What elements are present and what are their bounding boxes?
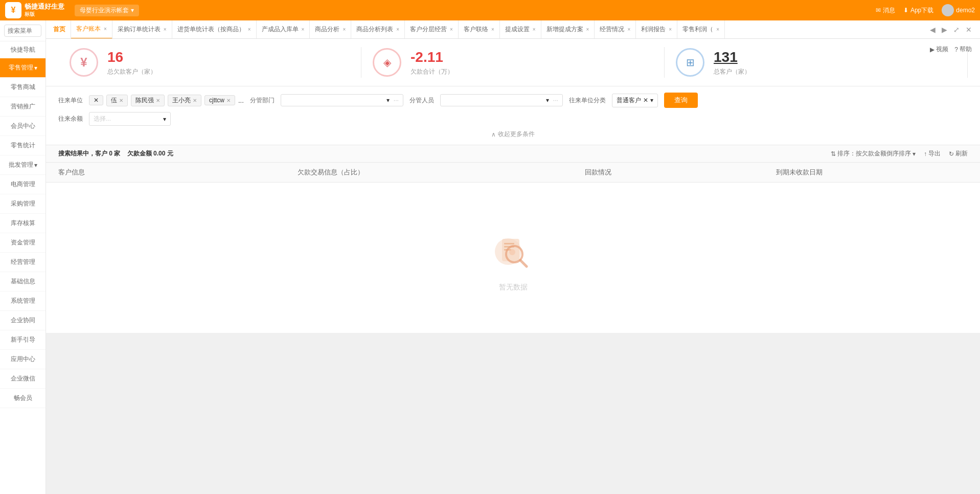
account-name: 母婴行业演示帐套 (80, 6, 129, 15)
tab-close-purchase-order[interactable]: × (164, 27, 167, 32)
tab-scroll-left[interactable]: ◀ (928, 25, 938, 35)
sidebar-item-corp-collab[interactable]: 企业协同 (0, 311, 45, 330)
tab-close-stock-stats[interactable]: × (248, 27, 251, 32)
sidebar-item-ecommerce[interactable]: 电商管理 (0, 175, 45, 194)
chevron-down-icon: ▾ (34, 162, 37, 169)
app-download-btn[interactable]: ⬇ App下载 (903, 6, 933, 15)
query-button[interactable]: 查询 (664, 93, 698, 108)
filter-person-select[interactable]: ▾ ··· (440, 94, 563, 106)
tab-close-all[interactable]: ✕ (964, 25, 974, 35)
filter-balance-select[interactable]: 选择... ▾ (89, 112, 171, 126)
sidebar-item-marketing[interactable]: 营销推广 (0, 97, 45, 117)
filter-tag-1[interactable]: 陈民强 ✕ (131, 95, 165, 106)
tab-close-customer-contact[interactable]: × (491, 27, 494, 32)
download-icon: ⬇ (903, 7, 908, 14)
stat-customers-value: 16 (107, 49, 156, 66)
tab-customer-contact[interactable]: 客户联络× (459, 20, 500, 39)
export-btn[interactable]: ↑ 导出 (924, 149, 941, 158)
tab-label-profit-report: 利润报告 (641, 25, 666, 34)
tab-home[interactable]: 首页 (48, 20, 71, 39)
chevron-up-icon: ∧ (491, 131, 496, 138)
help-icon: ? (954, 46, 958, 53)
video-btn[interactable]: ▶ 视频 (930, 45, 948, 54)
tab-reminder-settings[interactable]: 提成设置× (500, 20, 541, 39)
filter-tag-all[interactable]: ✕ (89, 95, 103, 105)
tab-goods-analysis[interactable]: 商品分析× (310, 20, 351, 39)
sidebar-item-corp-wechat[interactable]: 企业微信 (0, 369, 45, 389)
filter-category-label: 往来单位分类 (569, 96, 606, 105)
filter-category-close[interactable]: ✕ (643, 97, 648, 104)
table-header: 客户信息 欠款交易信息（占比） 回款情况 到期未收款日期 (46, 163, 980, 183)
tab-label-reminder-settings: 提成设置 (505, 25, 530, 34)
filter-tags-more[interactable]: ... (238, 97, 244, 104)
refresh-btn[interactable]: ↻ 刷新 (949, 149, 968, 158)
sidebar-item-vip-member[interactable]: 畅会员 (0, 389, 45, 408)
sidebar-item-quick-nav[interactable]: 快捷导航 (0, 41, 45, 58)
sort-icon: ⇅ (831, 150, 836, 158)
sort-select[interactable]: ⇅ 排序：按欠款金额倒序排序 ▾ (831, 149, 916, 158)
tab-accounts[interactable]: 客户账本× (71, 20, 112, 39)
stat-all-value: 131 (714, 49, 750, 66)
message-btn[interactable]: ✉ 消息 (876, 6, 895, 15)
filter-tag-3[interactable]: cjttcw ✕ (204, 95, 235, 105)
tab-bar: 首页客户账本×采购订单统计表×进货单统计表（按商品）×产成品入库单×商品分析×商… (46, 20, 980, 39)
sidebar-item-finance[interactable]: 资金管理 (0, 233, 45, 253)
tab-retail-profit[interactable]: 零售利润（× (677, 20, 725, 39)
tab-stock-stats[interactable]: 进货单统计表（按商品）× (172, 20, 257, 39)
help-btn[interactable]: ? 帮助 (954, 45, 972, 54)
table-area: 客户信息 欠款交易信息（占比） 回款情况 到期未收款日期 (46, 163, 980, 333)
sidebar-item-basic-info[interactable]: 基础信息 (0, 272, 45, 291)
chevron-down-icon2: ▾ (546, 97, 549, 104)
filter-dept-select[interactable]: ▾ ··· (281, 94, 403, 106)
tab-label-stock-stats: 进货单统计表（按商品） (177, 25, 245, 34)
sidebar-item-wholesale-mgmt[interactable]: 批发管理▾ (0, 155, 45, 175)
tab-close-product-stock[interactable]: × (302, 27, 305, 32)
tab-scroll-right[interactable]: ▶ (940, 25, 949, 35)
sidebar-item-purchase-mgmt[interactable]: 采购管理 (0, 194, 45, 214)
user-menu[interactable]: demo2 (942, 4, 975, 16)
chevron-down-icon: ▾ (131, 7, 134, 14)
tab-profit-report[interactable]: 利润报告× (636, 20, 677, 39)
filter-category-value[interactable]: 普通客户 ✕ ▾ (612, 94, 658, 107)
tab-close-retail-profit[interactable]: × (716, 27, 719, 32)
tab-close-accounts[interactable]: × (104, 26, 107, 32)
sidebar-item-retail-mgmt[interactable]: 零售管理▾ (0, 58, 45, 78)
tab-close-profit-report[interactable]: × (669, 27, 672, 32)
collapse-filter-btn[interactable]: ∧ 收起更多条件 (58, 130, 968, 139)
filter-tag-3-close[interactable]: ✕ (226, 98, 231, 103)
filter-tag-1-close[interactable]: ✕ (156, 98, 160, 103)
tab-close-new-plan[interactable]: × (586, 27, 589, 32)
tab-close-reminder-settings[interactable]: × (533, 27, 536, 32)
tab-customer-tier[interactable]: 客户分层经营× (405, 20, 459, 39)
sidebar-item-inventory[interactable]: 库存核算 (0, 214, 45, 233)
tab-close-customer-tier[interactable]: × (450, 27, 453, 32)
tab-label-retail-profit: 零售利润（ (682, 25, 713, 34)
tab-close-goods-analysis-list[interactable]: × (396, 27, 399, 32)
results-bar: 搜索结果中，客户 0 家 欠款金额 0.00 元 ⇅ 排序：按欠款金额倒序排序 … (46, 145, 980, 163)
stat-debt-value: -2.11 (411, 49, 453, 66)
sidebar-item-app-center[interactable]: 应用中心 (0, 350, 45, 369)
filter-tag-2-close[interactable]: ✕ (193, 98, 197, 103)
sidebar-item-ops-mgmt[interactable]: 经营管理 (0, 253, 45, 272)
sidebar-item-retail-mall[interactable]: 零售商城 (0, 78, 45, 97)
filter-tag-0-close[interactable]: ✕ (119, 98, 123, 103)
account-selector[interactable]: 母婴行业演示帐套 ▾ (75, 5, 139, 16)
sidebar-item-member-center[interactable]: 会员中心 (0, 117, 45, 136)
tab-fullscreen[interactable]: ⤢ (951, 25, 962, 35)
tab-purchase-order[interactable]: 采购订单统计表× (112, 20, 172, 39)
tab-product-stock[interactable]: 产成品入库单× (257, 20, 310, 39)
filter-tag-0[interactable]: 伍 ✕ (106, 95, 128, 106)
filter-tag-2[interactable]: 王小亮 ✕ (168, 95, 201, 106)
sidebar-item-retail-stats[interactable]: 零售统计 (0, 136, 45, 155)
search-input[interactable] (4, 25, 41, 37)
tab-goods-analysis-list[interactable]: 商品分析列表× (351, 20, 405, 39)
app-title: 畅捷通好生意 (25, 3, 64, 11)
sidebar-item-sys-mgmt[interactable]: 系统管理 (0, 291, 45, 311)
tab-business-status[interactable]: 经营情况× (595, 20, 636, 39)
tab-close-business-status[interactable]: × (627, 27, 630, 32)
tab-close-goods-analysis[interactable]: × (343, 27, 346, 32)
stat-icon-building: ⊞ (676, 48, 704, 77)
svg-point-7 (509, 249, 515, 255)
tab-new-plan[interactable]: 新增提成方案× (541, 20, 595, 39)
sidebar-item-new-guide[interactable]: 新手引导 (0, 330, 45, 350)
